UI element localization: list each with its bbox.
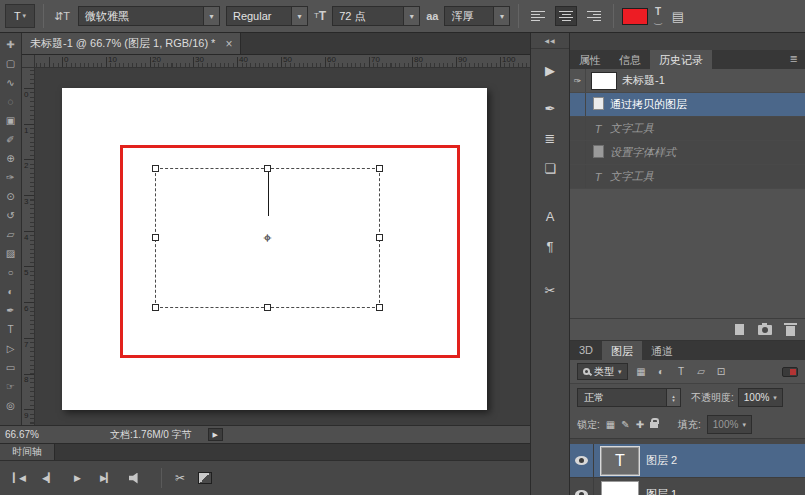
previous-frame-button[interactable]: ◀▎ [35, 467, 61, 489]
new-snapshot-camera-icon[interactable] [758, 325, 772, 335]
align-right-button[interactable] [583, 6, 605, 26]
clone-stamp-tool-icon[interactable]: ⊙ [6, 191, 14, 203]
layer-comps-panel-icon[interactable]: ❏ [536, 155, 564, 181]
type-tool-icon[interactable]: T [7, 324, 13, 336]
text-bounding-box[interactable]: ⌖ [155, 168, 380, 308]
resize-handle-middle-left[interactable] [152, 234, 159, 241]
history-item-undone[interactable]: 设置字体样式 [570, 141, 805, 165]
opacity-select[interactable]: 100% ▾ [738, 388, 783, 407]
quick-select-tool-icon[interactable]: ◌ [8, 96, 14, 108]
tab-layers[interactable]: 图层 [602, 341, 642, 360]
font-family-select[interactable]: 微软雅黑 ▾ [78, 6, 220, 26]
resize-handle-top-middle[interactable] [264, 165, 271, 172]
history-brush-source-checkbox[interactable] [570, 117, 586, 140]
play-button[interactable]: ▶ [64, 467, 90, 489]
crop-tool-icon[interactable]: ▣ [6, 115, 15, 127]
chevron-down-icon[interactable]: ▾ [291, 7, 307, 25]
layer-row-selected[interactable]: T 图层 2 [570, 444, 805, 478]
resize-handle-middle-right[interactable] [376, 234, 383, 241]
eyedropper-tool-icon[interactable]: ✐ [6, 134, 14, 146]
resize-handle-top-left[interactable] [152, 165, 159, 172]
history-item-undone[interactable]: T 文字工具 [570, 165, 805, 189]
next-frame-button[interactable]: ▶▎ [93, 467, 119, 489]
resize-handle-bottom-left[interactable] [152, 304, 159, 311]
actions-panel-icon[interactable]: ▶ [536, 57, 564, 83]
new-document-from-state-icon[interactable] [735, 324, 744, 335]
blend-mode-select[interactable]: 正常 ▴▾ [577, 388, 681, 407]
filter-smart-object-icon[interactable]: ⊡ [715, 366, 728, 377]
tab-info[interactable]: 信息 [610, 50, 650, 69]
panel-menu-icon[interactable]: ≣ [783, 50, 805, 69]
filter-type-layers-icon[interactable]: T [675, 366, 688, 377]
status-options-button[interactable]: ▶ [208, 428, 223, 441]
marquee-tool-icon[interactable]: ▢ [6, 58, 15, 70]
go-to-first-frame-button[interactable]: ▎◀ [6, 467, 32, 489]
split-clip-icon[interactable]: ✂ [175, 471, 185, 485]
visibility-toggle[interactable] [570, 444, 594, 477]
filter-toggle-switch[interactable] [782, 367, 798, 377]
tool-preset-button[interactable]: T ▾ [5, 4, 35, 28]
chevron-down-icon[interactable]: ▾ [493, 7, 509, 25]
adjustments-panel-icon[interactable]: ≣ [536, 125, 564, 151]
character-panel-icon[interactable]: A [536, 203, 564, 229]
slice-panel-icon[interactable]: ✂ [536, 277, 564, 303]
warp-text-icon[interactable]: T‿ [654, 8, 661, 24]
timeline-tab[interactable]: 时间轴 [0, 444, 55, 460]
lock-transparency-icon[interactable]: ▦ [606, 419, 615, 430]
history-item-selected[interactable]: 通过拷贝的图层 [570, 93, 805, 117]
text-color-swatch[interactable] [622, 8, 648, 25]
collapse-panels-button[interactable]: ◀◀ [531, 33, 569, 49]
document-canvas[interactable]: ⌖ [62, 88, 487, 410]
filter-adjustment-layers-icon[interactable]: ◐ [655, 366, 668, 377]
resize-handle-bottom-right[interactable] [376, 304, 383, 311]
lock-all-icon[interactable] [650, 422, 658, 428]
styles-panel-icon[interactable]: ✒ [536, 95, 564, 121]
paragraph-panel-icon[interactable]: ¶ [536, 233, 564, 259]
document-tab[interactable]: 未标题-1 @ 66.7% (图层 1, RGB/16) * × [22, 33, 241, 54]
path-selection-tool-icon[interactable]: ▷ [7, 343, 15, 355]
zoom-tool-icon[interactable]: ◎ [6, 400, 15, 412]
layer-thumbnail[interactable] [601, 481, 639, 495]
history-item-undone[interactable]: T 文字工具 [570, 117, 805, 141]
zoom-level[interactable]: 66.67% [0, 429, 82, 440]
filter-type-select[interactable]: 类型 ▾ [577, 363, 628, 380]
tab-properties[interactable]: 属性 [570, 50, 610, 69]
fill-select[interactable]: 100% ▾ [707, 415, 752, 434]
tab-channels[interactable]: 通道 [642, 341, 682, 360]
hand-tool-icon[interactable]: ☞ [6, 381, 15, 393]
history-brush-source-checkbox[interactable] [570, 141, 586, 164]
text-orientation-icon[interactable]: ⇵T [52, 10, 72, 23]
tab-history[interactable]: 历史记录 [650, 50, 712, 69]
lock-position-icon[interactable]: ✚ [636, 419, 644, 430]
spinner-icon[interactable]: ▴▾ [666, 389, 680, 406]
layer-row[interactable]: 图层 1 [570, 478, 805, 495]
layer-thumbnail[interactable]: T [601, 447, 639, 475]
tab-3d[interactable]: 3D [570, 341, 602, 360]
font-style-select[interactable]: Regular ▾ [226, 6, 308, 26]
resize-handle-bottom-middle[interactable] [264, 304, 271, 311]
resize-handle-top-right[interactable] [376, 165, 383, 172]
healing-tool-icon[interactable]: ⊕ [6, 153, 14, 165]
toggle-panels-icon[interactable]: ▤ [672, 9, 684, 24]
blur-tool-icon[interactable]: ○ [7, 267, 13, 279]
font-size-select[interactable]: 72 点 ▾ [332, 6, 420, 26]
lasso-tool-icon[interactable]: ∿ [6, 77, 14, 89]
eraser-tool-icon[interactable]: ▱ [7, 229, 15, 241]
history-brush-tool-icon[interactable]: ↺ [6, 210, 14, 222]
filter-shape-layers-icon[interactable]: ▱ [695, 366, 708, 377]
move-tool-icon[interactable]: ✚ [6, 39, 14, 51]
close-icon[interactable]: × [225, 37, 232, 51]
history-brush-source-checkbox[interactable] [570, 93, 586, 116]
dodge-tool-icon[interactable]: ◐ [7, 286, 13, 298]
shape-tool-icon[interactable]: ▭ [6, 362, 15, 374]
visibility-toggle[interactable] [570, 478, 594, 495]
chevron-down-icon[interactable]: ▾ [203, 7, 219, 25]
transition-icon[interactable] [198, 472, 212, 484]
brush-tool-icon[interactable]: ✑ [6, 172, 14, 184]
chevron-down-icon[interactable]: ▾ [403, 7, 419, 25]
lock-pixels-icon[interactable]: ✎ [621, 419, 629, 430]
gradient-tool-icon[interactable]: ▨ [6, 248, 15, 260]
delete-state-trash-icon[interactable] [786, 326, 795, 336]
align-center-button[interactable] [555, 6, 577, 26]
anti-alias-select[interactable]: 浑厚 ▾ [444, 6, 510, 26]
